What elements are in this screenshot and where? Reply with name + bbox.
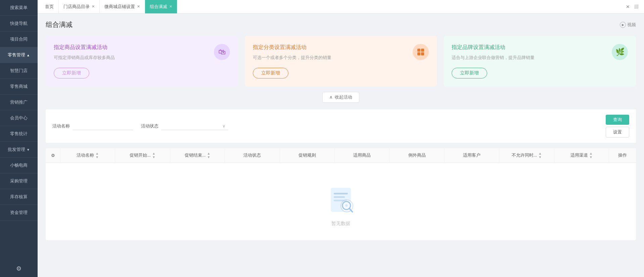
th-action-label: 操作: [618, 152, 627, 158]
th-customer-label: 适用客户: [463, 152, 480, 158]
tab-combo-discount-label: 组合满减: [150, 4, 167, 10]
th-status: 活动状态: [225, 148, 280, 163]
tab-wechat-store-setting[interactable]: 微商城店铺设置 ✕: [100, 0, 145, 13]
sidebar-item-quick-nav[interactable]: 快捷导航: [0, 16, 38, 32]
svg-point-11: [345, 204, 348, 207]
sidebar-item-capital-mgmt[interactable]: 资金管理: [0, 205, 38, 221]
tab-bar: 首页 门店商品目录 ✕ 微商城店铺设置 ✕ 组合满减 ✕ ✕ ⬜: [38, 0, 644, 13]
empty-text: 暂无数据: [46, 221, 636, 227]
empty-illustration: [321, 183, 361, 217]
collapse-bar: ∧ 收起活动: [46, 92, 636, 103]
th-start-label: 促销开始...: [130, 152, 151, 158]
svg-rect-1: [421, 49, 424, 52]
sidebar-item-inventory-calc[interactable]: 库存核算: [0, 189, 38, 205]
th-no-concurrent: 不允许同时... ▲▼: [499, 148, 554, 163]
th-channel-label: 适用渠道: [570, 152, 588, 158]
setting-button[interactable]: 设置: [606, 127, 629, 137]
video-label: 视频: [627, 22, 636, 28]
main-area: 首页 门店商品目录 ✕ 微商城店铺设置 ✕ 组合满减 ✕ ✕ ⬜ 组合满减 ▶ …: [38, 0, 644, 277]
card-category-add-button[interactable]: 立即新增: [253, 68, 288, 78]
activity-name-input[interactable]: [73, 122, 133, 130]
sidebar-item-project-contract[interactable]: 项目合同: [0, 32, 38, 47]
search-row: 活动名称 活动状态 ∨ 查询 设置: [52, 115, 629, 137]
card-product-discount: 🛍 指定商品设置满减活动 可指定滞销商品或库存较多商品 立即新增: [46, 36, 238, 87]
video-link[interactable]: ▶ 视频: [620, 22, 636, 28]
svg-rect-5: [334, 193, 348, 195]
th-name: 活动名称 ▲▼: [60, 148, 115, 163]
tab-combo-discount-close[interactable]: ✕: [169, 4, 172, 9]
sidebar-item-purchase-mgmt[interactable]: 采购管理: [0, 173, 38, 189]
th-goods: 适用商品: [335, 148, 389, 163]
svg-rect-3: [421, 52, 424, 55]
table-header: ⚙ 活动名称 ▲▼ 促销开始... ▲▼ 促销结束... ▲▼ 活动状态: [46, 148, 636, 163]
tab-combo-discount[interactable]: 组合满减 ✕: [145, 0, 177, 13]
activity-name-field: 活动名称: [52, 122, 133, 130]
svg-rect-6: [334, 196, 345, 198]
card-category-icon: [413, 44, 429, 60]
search-area: 活动名称 活动状态 ∨ 查询 设置: [46, 109, 636, 143]
card-product-title: 指定商品设置满减活动: [54, 44, 230, 51]
sidebar-item-wholesale-mgmt[interactable]: 批发管理 ▼: [0, 142, 38, 158]
th-exclude-label: 例外商品: [408, 152, 426, 158]
th-action: 操作: [609, 148, 636, 163]
cards-area: 🛍 指定商品设置满减活动 可指定滞销商品或库存较多商品 立即新增 指定分类设置满…: [46, 36, 636, 87]
card-category-desc: 可选一个或者多个分类，提升分类的销量: [253, 54, 429, 61]
sidebar-item-marketing[interactable]: 营销推广: [0, 95, 38, 110]
tab-home[interactable]: 首页: [40, 0, 59, 13]
svg-rect-2: [417, 52, 420, 55]
sort-icon-end[interactable]: ▲▼: [207, 152, 210, 159]
tab-store-catalog-label: 门店商品目录: [63, 4, 90, 10]
th-start: 促销开始... ▲▼: [115, 148, 170, 163]
sidebar-item-retail-mgmt[interactable]: 零售管理 ▲: [0, 47, 38, 63]
chevron-down-icon: ▼: [27, 148, 30, 152]
card-brand-title: 指定品牌设置满减活动: [452, 44, 628, 51]
sort-icon-name[interactable]: ▲▼: [95, 152, 99, 159]
sidebar-search[interactable]: 搜索菜单: [0, 0, 38, 16]
sidebar-item-label: 零售管理: [8, 52, 25, 58]
tab-store-catalog-close[interactable]: ✕: [92, 4, 95, 9]
sidebar-item-retail-stats[interactable]: 零售统计: [0, 126, 38, 142]
card-product-add-button[interactable]: 立即新增: [54, 68, 89, 78]
table-area: ⚙ 活动名称 ▲▼ 促销开始... ▲▼ 促销结束... ▲▼ 活动状态: [46, 148, 636, 240]
tab-store-catalog[interactable]: 门店商品目录 ✕: [59, 0, 100, 13]
chevron-up-icon: ▲: [27, 53, 30, 57]
th-end-label: 促销结束...: [185, 152, 206, 158]
th-gear[interactable]: ⚙: [46, 148, 60, 163]
th-no-concurrent-label: 不允许同时...: [512, 152, 537, 158]
page-title: 组合满减: [46, 20, 73, 29]
card-product-desc: 可指定滞销商品或库存较多商品: [54, 54, 230, 61]
sidebar: 搜索菜单 快捷导航 项目合同 零售管理 ▲ 智慧门店 零售商城 营销推广 会员中…: [0, 0, 38, 277]
sort-icon-channel[interactable]: ▲▼: [589, 152, 593, 159]
sidebar-item-smart-store[interactable]: 智慧门店: [0, 63, 38, 79]
sidebar-item-xiaochu-ecom[interactable]: 小畅电商: [0, 158, 38, 173]
svg-rect-0: [417, 49, 420, 52]
collapse-label: 收起活动: [335, 94, 352, 100]
search-buttons: 查询 设置: [606, 115, 629, 137]
collapse-button[interactable]: ∧ 收起活动: [322, 92, 359, 103]
close-icon[interactable]: ✕: [626, 4, 630, 9]
th-exclude: 例外商品: [389, 148, 444, 163]
sidebar-item-member-center[interactable]: 会员中心: [0, 110, 38, 126]
card-brand-add-button[interactable]: 立即新增: [452, 68, 487, 78]
dropdown-icon: ∨: [222, 123, 226, 128]
query-button[interactable]: 查询: [606, 115, 629, 125]
empty-state: 暂无数据: [46, 163, 636, 240]
activity-status-select[interactable]: ∨: [161, 122, 228, 130]
card-brand-desc: 适合与上游企业联合做营销，提升品牌销量: [452, 54, 628, 61]
card-product-icon: 🛍: [214, 44, 230, 60]
page-header: 组合满减 ▶ 视频: [46, 20, 636, 29]
settings-icon: ⚙: [51, 153, 55, 158]
card-category-discount: 指定分类设置满减活动 可选一个或者多个分类，提升分类的销量 立即新增: [245, 36, 437, 87]
th-rule-label: 促销规则: [298, 152, 316, 158]
page-content: 组合满减 ▶ 视频 🛍 指定商品设置满减活动 可指定滞销商品或库存较多商品 立即…: [38, 13, 644, 277]
maximize-icon[interactable]: ⬜: [634, 4, 639, 9]
activity-status-field: 活动状态 ∨: [141, 122, 228, 130]
sort-icon-start[interactable]: ▲▼: [152, 152, 155, 159]
gear-icon: ⚙: [16, 265, 21, 272]
tab-home-label: 首页: [45, 4, 54, 10]
sidebar-item-retail-mall[interactable]: 零售商城: [0, 79, 38, 95]
settings-button[interactable]: ⚙: [0, 260, 38, 277]
th-rule: 促销规则: [280, 148, 335, 163]
tab-wechat-store-close[interactable]: ✕: [137, 4, 140, 9]
sort-icon-concurrent[interactable]: ▲▼: [538, 152, 542, 159]
